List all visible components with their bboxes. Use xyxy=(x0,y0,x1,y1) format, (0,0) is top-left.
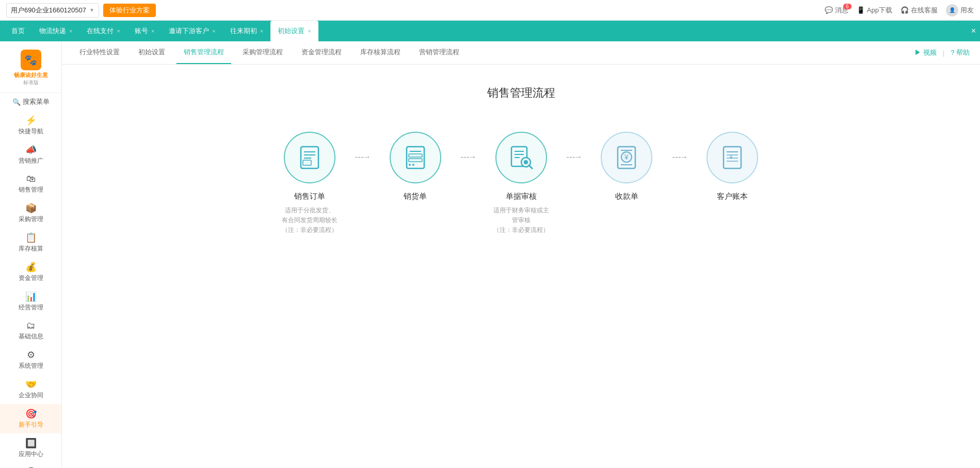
finance-label: 资金管理 xyxy=(19,274,43,283)
sidebar-item-inventory[interactable]: 📋 库存核算 xyxy=(0,228,61,257)
sub-tab-right: ▶ 视频 | ? 帮助 xyxy=(914,48,970,57)
user-select-arrow: ▼ xyxy=(89,7,94,13)
sidebar-item-sales[interactable]: 🛍 销售管理 xyxy=(0,169,61,198)
flow-step-doc-review[interactable]: 单据审核 适用于财务审核或主管审核（注：非必要流程） xyxy=(480,132,563,236)
close-logistics-icon[interactable]: × xyxy=(69,28,72,34)
app-download-button[interactable]: 📱 App下载 xyxy=(857,6,892,15)
sub-tab-marketing-flow[interactable]: 营销管理流程 xyxy=(412,41,467,64)
app-icon: 📱 xyxy=(857,6,865,14)
flow-circle-doc-review xyxy=(495,132,547,183)
message-button[interactable]: 💬 消息 6 xyxy=(825,6,848,15)
nav-tab-logistics[interactable]: 物流快递 × xyxy=(32,21,79,41)
arrow-icon-2: - - -→ xyxy=(461,152,476,162)
sub-tab-capital-flow[interactable]: 资金管理流程 xyxy=(294,41,349,64)
close-init-icon[interactable]: × xyxy=(308,28,311,34)
search-icon: 🔍 xyxy=(12,98,21,106)
appstore-label: 应用中心 xyxy=(19,450,43,459)
flow-step-sales-order[interactable]: 销售订单 适用于分批发货、有合同发货周期较长（注：非必要流程） xyxy=(268,132,351,236)
nav-tab-invite[interactable]: 邀请下游客户 × xyxy=(162,21,222,41)
svg-rect-8 xyxy=(409,159,422,162)
flow-circle-customer-account: ¥ xyxy=(706,132,758,183)
video-label: 视频 xyxy=(923,49,937,56)
sub-tab-sales-flow[interactable]: 销售管理流程 xyxy=(176,41,231,64)
nav-tab-logistics-label: 物流快递 xyxy=(39,26,66,36)
nav-tab-account[interactable]: 账号 × xyxy=(127,21,162,41)
quick-nav-label: 快捷导航 xyxy=(19,127,43,136)
svg-rect-7 xyxy=(409,154,422,157)
close-period-icon[interactable]: × xyxy=(260,28,263,34)
help-label: 帮助 xyxy=(956,49,970,56)
video-icon: ▶ xyxy=(914,49,921,56)
sidebar-item-purchase[interactable]: 📦 采购管理 xyxy=(0,198,61,228)
svg-text:¥: ¥ xyxy=(729,154,733,160)
flow-step-desc-sales-order: 适用于分批发货、有合同发货周期较长（注：非必要流程） xyxy=(282,206,338,236)
sidebar-item-operations[interactable]: 📊 经营管理 xyxy=(0,287,61,316)
operations-icon: 📊 xyxy=(25,291,37,302)
purchase-icon: 📦 xyxy=(25,202,37,214)
flow-step-sales-invoice[interactable]: 销货单 xyxy=(374,132,457,206)
online-service-button[interactable]: 🎧 在线客服 xyxy=(901,6,938,15)
operations-label: 经营管理 xyxy=(19,303,43,312)
service-icon: 🎧 xyxy=(901,6,909,14)
sub-tab-purchase-flow-label: 采购管理流程 xyxy=(243,48,283,56)
sub-tab-sales-flow-label: 销售管理流程 xyxy=(184,48,224,56)
top-bar-right: 💬 消息 6 📱 App下载 🎧 在线客服 👤 用友 xyxy=(825,4,974,17)
flow-title: 销售管理流程 xyxy=(487,85,555,101)
user-select[interactable]: 用户690企业1660120507 ▼ xyxy=(6,3,99,18)
sidebar-item-wechat[interactable]: 💬 企业微信 xyxy=(0,463,61,468)
nav-tab-init-label: 初始设置 xyxy=(278,26,304,36)
sidebar-item-marketing[interactable]: 📣 营销推广 xyxy=(0,140,61,169)
user-avatar-button[interactable]: 👤 用友 xyxy=(946,4,974,17)
svg-rect-4 xyxy=(303,160,311,165)
sales-label: 销售管理 xyxy=(19,185,43,194)
flow-arrow-1: - - -→ xyxy=(351,152,374,162)
flow-step-name-doc-review: 单据审核 xyxy=(506,192,537,201)
video-link[interactable]: ▶ 视频 xyxy=(914,48,937,57)
logo-icon: 🐾 xyxy=(21,50,41,70)
flow-step-receipt[interactable]: ¥ 收款单 xyxy=(585,132,668,206)
sub-tab-capital-flow-label: 资金管理流程 xyxy=(301,48,342,56)
finance-icon: 💰 xyxy=(25,261,37,273)
flow-arrow-2: - - -→ xyxy=(457,152,480,162)
nav-tab-home[interactable]: 首页 xyxy=(4,21,32,41)
sidebar-item-quick-nav[interactable]: ⚡ 快捷导航 xyxy=(0,111,61,140)
sidebar-item-finance[interactable]: 💰 资金管理 xyxy=(0,257,61,287)
inventory-icon: 📋 xyxy=(25,232,37,243)
sidebar-item-newbie[interactable]: 🎯 新手引导 xyxy=(0,404,61,433)
service-label: 在线客服 xyxy=(911,6,938,15)
nav-tab-period[interactable]: 往来期初 × xyxy=(223,21,270,41)
sidebar-item-cooperation[interactable]: 🤝 企业协同 xyxy=(0,375,61,404)
sub-tab-inventory-flow[interactable]: 库存核算流程 xyxy=(353,41,408,64)
close-payment-icon[interactable]: × xyxy=(117,28,120,34)
sidebar-item-appstore[interactable]: 🔲 应用中心 xyxy=(0,433,61,463)
flow-step-customer-account[interactable]: ¥ 客户账本 xyxy=(691,132,774,206)
sub-tab-industry[interactable]: 行业特性设置 xyxy=(72,41,127,64)
flow-circle-sales-order xyxy=(284,132,335,183)
svg-line-16 xyxy=(529,165,532,168)
close-all-button[interactable]: × xyxy=(971,26,976,36)
help-link[interactable]: ? 帮助 xyxy=(951,48,970,57)
nav-tab-invite-label: 邀请下游客户 xyxy=(169,26,209,36)
nav-tab-payment-label: 在线支付 xyxy=(87,26,114,36)
sub-tab-purchase-flow[interactable]: 采购管理流程 xyxy=(235,41,290,64)
search-menu-button[interactable]: 🔍 搜索菜单 xyxy=(0,93,61,111)
sub-tab-init[interactable]: 初始设置 xyxy=(131,41,172,64)
logo-text: 畅康诶好生意 xyxy=(14,71,48,79)
nav-tab-payment[interactable]: 在线支付 × xyxy=(79,21,127,41)
basic-label: 基础信息 xyxy=(19,332,43,341)
sidebar-item-system[interactable]: ⚙ 系统管理 xyxy=(0,345,61,375)
nav-tabs: 首页 物流快递 × 在线支付 × 账号 × 邀请下游客户 × 往来期初 × 初始… xyxy=(0,21,980,41)
purchase-label: 采购管理 xyxy=(19,215,43,224)
sidebar-logo: 🐾 畅康诶好生意 标准版 xyxy=(0,45,61,93)
user-name-label: 用友 xyxy=(960,6,974,15)
nav-tab-init[interactable]: 初始设置 × xyxy=(270,21,318,41)
close-account-icon[interactable]: × xyxy=(151,28,154,34)
sidebar: 🐾 畅康诶好生意 标准版 🔍 搜索菜单 ⚡ 快捷导航 📣 营销推广 🛍 销售管理… xyxy=(0,41,62,468)
sidebar-item-basic[interactable]: 🗂 基础信息 xyxy=(0,316,61,345)
user-label: 用户690企业1660120507 xyxy=(11,6,86,15)
arrow-icon-3: - - -→ xyxy=(567,152,582,162)
nav-tab-home-label: 首页 xyxy=(11,26,25,36)
nav-tab-account-label: 账号 xyxy=(135,26,148,36)
trial-button[interactable]: 体验行业方案 xyxy=(103,4,156,17)
close-invite-icon[interactable]: × xyxy=(212,28,215,34)
